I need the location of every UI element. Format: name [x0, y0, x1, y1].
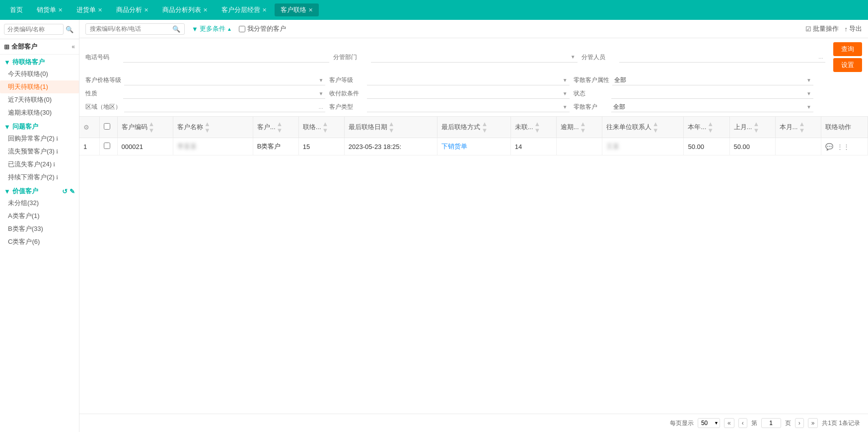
- sort-unitcontacts-icon: ▲▼: [652, 121, 659, 134]
- my-customers-checkbox[interactable]: [239, 26, 245, 32]
- row-index: 1: [83, 143, 87, 150]
- td-this-month: [775, 138, 821, 155]
- checkbox-batch-icon: ☑: [805, 25, 811, 33]
- sidebar-item-lost[interactable]: 已流失客户(24) ℹ: [0, 158, 79, 171]
- price-grade-select-wrap: ▼: [124, 75, 325, 85]
- sort-overdue-icon: ▲▼: [580, 121, 586, 134]
- query-btn[interactable]: 查询: [833, 42, 862, 56]
- sidebar-item-today[interactable]: 今天待联络(0): [0, 68, 79, 80]
- sort-lastmonth-icon: ▲▼: [753, 121, 759, 134]
- sort-thismonth-icon: ▲▼: [798, 121, 805, 134]
- sidebar-group-problem: ▼ 问题客户: [0, 119, 79, 132]
- filter-cell-status: 状态 ▼: [574, 88, 813, 99]
- all-customers-label: 全部客户: [11, 42, 37, 51]
- nav-goods-analysis-list-close-icon[interactable]: ✕: [203, 7, 208, 13]
- my-customers-checkbox-label[interactable]: 我分管的客户: [239, 24, 286, 33]
- sidebar-item-b-class[interactable]: B类客户(33): [0, 222, 79, 235]
- sidebar-item-declining[interactable]: 持续下滑客户(2) ℹ: [0, 171, 79, 184]
- page-size-select[interactable]: 50 100 200: [698, 418, 720, 428]
- nav-goods-analysis-list[interactable]: 商品分析列表 ✕: [156, 3, 214, 16]
- td-no-contact: 14: [510, 138, 556, 155]
- th-this-month: 本月... ▲▼: [775, 117, 821, 138]
- th-last-contact-date-label: 最后联络日期: [349, 123, 387, 132]
- row-checkbox[interactable]: [104, 143, 110, 149]
- export-btn[interactable]: ↑ 导出: [845, 24, 863, 33]
- manager-label: 分管人员: [581, 53, 616, 62]
- settings-btn[interactable]: 设置: [833, 58, 862, 72]
- page-size-select-wrap: 50 100 200 ▼: [698, 418, 720, 428]
- sidebar-item-tomorrow[interactable]: 明天待联络(1): [0, 80, 79, 93]
- th-this-month-label: 本月...: [780, 123, 798, 132]
- sidebar-all-customers[interactable]: ⊞ 全部客户 «: [0, 39, 79, 55]
- nav-home[interactable]: 首页: [4, 3, 29, 16]
- sidebar-item-a-class[interactable]: A类客户(1): [0, 210, 79, 222]
- collapse-icon[interactable]: «: [72, 43, 75, 50]
- nav-customer-contact-close-icon[interactable]: ✕: [308, 7, 313, 13]
- pending-group-label: 待联络客户: [12, 58, 45, 67]
- search-input[interactable]: [90, 25, 172, 32]
- row-last-contact-way[interactable]: 下销货单: [441, 143, 467, 150]
- price-grade-select[interactable]: [124, 75, 325, 85]
- status-select[interactable]: [611, 88, 813, 98]
- sidebar-item-repurchase-abnormal[interactable]: 回购异常客户(2) ℹ: [0, 132, 79, 145]
- payment-select[interactable]: [367, 88, 569, 98]
- sidebar-item-c-class[interactable]: C类客户(6): [0, 235, 79, 248]
- sidebar-search-input[interactable]: [4, 24, 64, 35]
- ungrouped-label: 未分组(32): [8, 199, 39, 207]
- nav-sales-close-icon[interactable]: ✕: [58, 7, 63, 13]
- phone-input[interactable]: [123, 52, 329, 63]
- nav-customer-contact[interactable]: 客户联络 ✕: [275, 3, 319, 16]
- nav-purchase[interactable]: 进货单 ✕: [71, 3, 108, 16]
- next-page-btn[interactable]: ›: [795, 418, 804, 428]
- nav-customer-layer[interactable]: 客户分层经营 ✕: [216, 3, 273, 16]
- row-type: B类客户: [257, 143, 281, 150]
- first-page-btn[interactable]: «: [724, 418, 734, 428]
- page-number-input[interactable]: [761, 418, 781, 428]
- sidebar-search-icon[interactable]: 🔍: [66, 26, 73, 33]
- prev-page-btn[interactable]: ‹: [738, 418, 747, 428]
- th-type: 客户... ▲▼: [253, 117, 298, 138]
- sort-code-icon: ▲▼: [148, 121, 155, 134]
- batch-op-btn[interactable]: ☑ 批量操作: [805, 24, 839, 33]
- manager-select[interactable]: [619, 52, 825, 62]
- td-last-month: 50.00: [729, 138, 775, 155]
- sidebar-item-7days[interactable]: 近7天待联络(0): [0, 93, 79, 106]
- sidebar-item-ungrouped[interactable]: 未分组(32): [0, 197, 79, 210]
- scatter-attr-select[interactable]: 全部: [612, 75, 813, 85]
- dept-select[interactable]: [371, 52, 577, 62]
- row-this-year: 50.00: [688, 143, 704, 150]
- nav-customer-layer-close-icon[interactable]: ✕: [262, 7, 267, 13]
- sidebar-item-lost-warning[interactable]: 流失预警客户(3) ℹ: [0, 145, 79, 158]
- th-last-contact-way-label: 最后联络方式: [441, 123, 480, 132]
- last-page-btn[interactable]: »: [808, 418, 818, 428]
- nav-sales[interactable]: 销货单 ✕: [31, 3, 69, 16]
- info-icon-3: ℹ: [53, 161, 55, 167]
- select-all-checkbox[interactable]: [104, 123, 110, 130]
- row-unit-contacts: 王某: [606, 143, 619, 150]
- refresh-icon[interactable]: ↺: [62, 188, 68, 195]
- more-action-icon[interactable]: ⋮⋮: [837, 143, 850, 150]
- settings-col-icon[interactable]: ⚙: [83, 124, 89, 131]
- th-last-contact-way: 最后联络方式 ▲▼: [437, 117, 510, 138]
- td-type: B类客户: [253, 138, 298, 155]
- lost-warning-label: 流失预警客户(3): [8, 147, 55, 155]
- cust-type-select[interactable]: [367, 102, 569, 112]
- td-last-contact-way: 下销货单: [437, 138, 510, 155]
- filter-more-btn[interactable]: ▼ 更多条件 ▲: [189, 23, 235, 35]
- nav-purchase-close-icon[interactable]: ✕: [98, 7, 102, 13]
- main-layout: 🔍 ⊞ 全部客户 « ▼ 待联络客户 今天待联络(0) 明天待联络(1) 近7天…: [0, 20, 868, 432]
- edit-icon[interactable]: ✎: [70, 188, 75, 195]
- contact-action-icon[interactable]: 💬: [825, 143, 833, 150]
- search-icon[interactable]: 🔍: [172, 25, 180, 33]
- customer-grade-select[interactable]: [367, 75, 569, 85]
- nav-goods-analysis-close-icon[interactable]: ✕: [144, 7, 148, 13]
- my-customers-label: 我分管的客户: [247, 24, 286, 33]
- th-action-label: 联络动作: [825, 123, 851, 131]
- region-select[interactable]: [124, 102, 325, 112]
- dept-select-wrap: ▼: [371, 52, 577, 63]
- nature-select[interactable]: [123, 88, 325, 98]
- nav-goods-analysis[interactable]: 商品分析 ✕: [110, 3, 154, 16]
- row-last-month: 50.00: [734, 143, 750, 150]
- scatter-select[interactable]: 全部: [611, 102, 813, 112]
- sidebar-item-overdue[interactable]: 逾期未联络(30): [0, 106, 79, 119]
